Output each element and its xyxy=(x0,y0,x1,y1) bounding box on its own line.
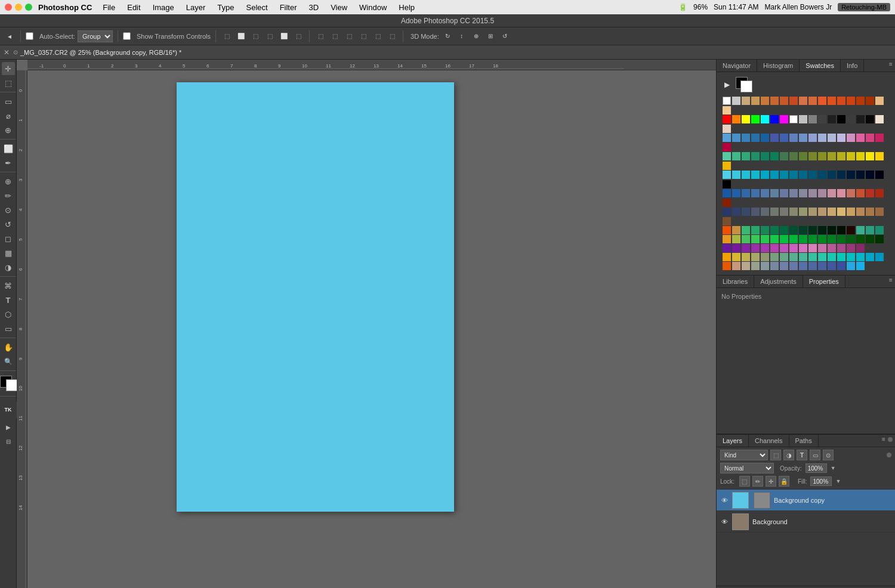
swatch[interactable] xyxy=(770,115,779,123)
path-select-tool[interactable]: ⬡ xyxy=(2,308,15,321)
swatch[interactable] xyxy=(847,189,855,197)
swatch[interactable] xyxy=(866,152,874,160)
swatch[interactable] xyxy=(808,115,817,123)
swatch[interactable] xyxy=(875,208,884,216)
swatch[interactable] xyxy=(847,244,855,252)
layers-expand-button[interactable]: ≡ xyxy=(879,435,888,443)
swatch[interactable] xyxy=(856,226,865,234)
swatch[interactable] xyxy=(723,217,731,225)
swatch[interactable] xyxy=(847,115,855,123)
swatch[interactable] xyxy=(789,115,798,123)
swatch[interactable] xyxy=(723,253,731,261)
swatch[interactable] xyxy=(837,189,845,197)
swatch[interactable] xyxy=(780,244,788,252)
swatch[interactable] xyxy=(723,115,731,123)
swatch[interactable] xyxy=(866,97,874,105)
swatch[interactable] xyxy=(751,226,760,234)
swatch[interactable] xyxy=(847,97,855,105)
lock-all-button[interactable]: 🔒 xyxy=(779,476,789,487)
swatch[interactable] xyxy=(818,189,826,197)
layer-visibility-background[interactable]: 👁 xyxy=(720,518,729,526)
swatch[interactable] xyxy=(808,152,817,160)
crop-tool[interactable]: ⬜ xyxy=(2,142,15,155)
swatch[interactable] xyxy=(723,226,731,234)
layer-adjust-icon[interactable]: ◑ xyxy=(783,450,794,460)
tab-close-button[interactable]: ✕ xyxy=(4,48,10,57)
actions-tool[interactable]: ▶ xyxy=(2,420,15,434)
swatch[interactable] xyxy=(780,262,788,270)
swatch[interactable] xyxy=(723,235,731,243)
swatch[interactable] xyxy=(789,226,798,234)
layers-kind-select[interactable]: Kind xyxy=(720,450,768,460)
minimize-button[interactable] xyxy=(15,4,22,11)
swatch[interactable] xyxy=(799,171,807,179)
swatch[interactable] xyxy=(808,226,817,234)
swatch[interactable] xyxy=(723,199,731,207)
layer-smart-icon[interactable]: ⊙ xyxy=(823,450,834,460)
swatch[interactable] xyxy=(837,208,845,216)
swatch[interactable] xyxy=(818,171,826,179)
tool-options-arrow[interactable]: ◂ xyxy=(4,30,16,42)
blend-mode-select[interactable]: Normal xyxy=(720,463,774,474)
swatch[interactable] xyxy=(856,115,865,123)
swatch[interactable] xyxy=(770,208,779,216)
healing-tool[interactable]: ⊕ xyxy=(2,175,15,188)
swatch[interactable] xyxy=(770,171,779,179)
zoom-button[interactable] xyxy=(25,4,32,11)
swatch[interactable] xyxy=(761,97,769,105)
swatch[interactable] xyxy=(847,235,855,243)
swatch[interactable] xyxy=(770,235,779,243)
close-button[interactable] xyxy=(5,4,12,11)
swatch[interactable] xyxy=(847,134,855,142)
swatch[interactable] xyxy=(828,235,836,243)
swatch[interactable] xyxy=(866,226,874,234)
swatch[interactable] xyxy=(847,152,855,160)
menu-layer[interactable]: Layer xyxy=(181,3,211,12)
swatch[interactable] xyxy=(761,253,769,261)
align-left-icon[interactable]: ⬚ xyxy=(221,30,233,42)
swatch[interactable] xyxy=(818,134,826,142)
swatch[interactable] xyxy=(856,97,865,105)
extra-tool[interactable]: ⊟ xyxy=(2,435,15,448)
gradient-tool[interactable]: ▦ xyxy=(2,246,15,259)
swatch[interactable] xyxy=(780,134,788,142)
lock-paint-button[interactable]: ✏ xyxy=(752,476,763,487)
tab-properties[interactable]: Properties xyxy=(803,276,845,287)
swatch[interactable] xyxy=(761,189,769,197)
swatch[interactable] xyxy=(780,189,788,197)
distribute-center-v-icon[interactable]: ⬚ xyxy=(372,30,384,42)
swatch[interactable] xyxy=(799,262,807,270)
swatch[interactable] xyxy=(751,253,760,261)
lasso-tool[interactable]: ⌀ xyxy=(2,109,15,122)
swatch[interactable] xyxy=(866,208,874,216)
tab-libraries[interactable]: Libraries xyxy=(717,276,754,287)
swatch[interactable] xyxy=(818,253,826,261)
swatch[interactable] xyxy=(742,152,750,160)
swatch[interactable] xyxy=(789,134,798,142)
swatch[interactable] xyxy=(723,106,731,114)
layer-type-icon[interactable]: T xyxy=(797,450,807,460)
swatch[interactable] xyxy=(723,125,731,133)
menu-filter[interactable]: Filter xyxy=(275,3,302,12)
swatch[interactable] xyxy=(742,226,750,234)
brush-tool[interactable]: ✏ xyxy=(2,189,15,202)
eraser-tool[interactable]: ◻ xyxy=(2,232,15,245)
swatch[interactable] xyxy=(751,244,760,252)
eyedropper-tool[interactable]: ✒ xyxy=(2,156,15,169)
swatch[interactable] xyxy=(837,115,845,123)
swatch[interactable] xyxy=(742,189,750,197)
tab-title[interactable]: _MG_0357.CR2 @ 25% (Background copy, RGB… xyxy=(20,49,181,56)
swatch[interactable] xyxy=(808,244,817,252)
swatch[interactable] xyxy=(761,115,769,123)
layer-item-background[interactable]: 👁 Background xyxy=(717,511,895,533)
swatch[interactable] xyxy=(761,244,769,252)
swatch[interactable] xyxy=(742,115,750,123)
menu-3d[interactable]: 3D xyxy=(304,3,324,12)
swatch[interactable] xyxy=(770,97,779,105)
swatch[interactable] xyxy=(789,152,798,160)
swatch[interactable] xyxy=(761,235,769,243)
swatch[interactable] xyxy=(828,189,836,197)
swatch[interactable] xyxy=(875,134,884,142)
quick-select-tool[interactable]: ⊕ xyxy=(2,123,15,137)
tab-adjustments[interactable]: Adjustments xyxy=(754,276,803,287)
